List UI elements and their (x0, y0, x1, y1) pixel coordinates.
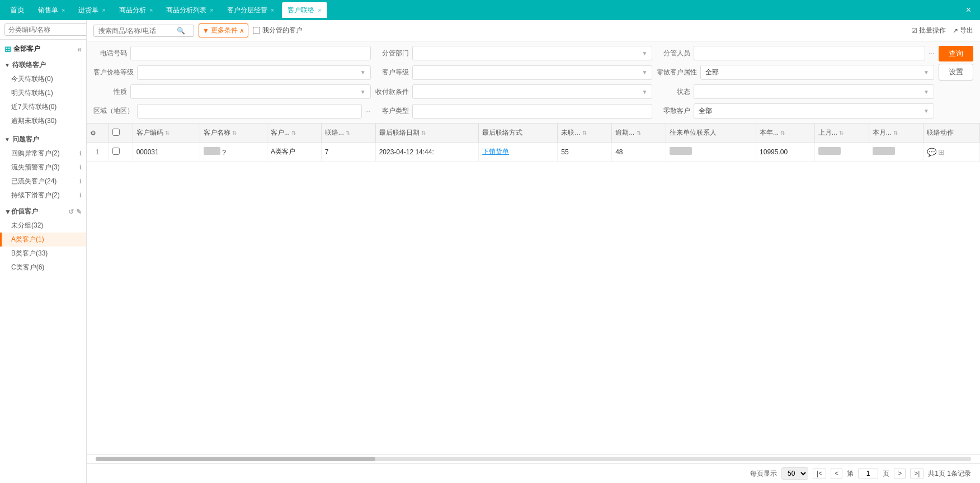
th-last-month[interactable]: 上月... ⇅ (814, 124, 869, 143)
th-settings[interactable]: ⚙ (87, 124, 109, 143)
scroll-bar-track[interactable] (96, 457, 971, 461)
last-page-btn[interactable]: >| (910, 468, 924, 479)
sidebar-item-repurchase-abnormal[interactable]: 回购异常客户(2) ℹ (0, 146, 86, 160)
sort-year: ⇅ (780, 130, 785, 136)
region-dots[interactable]: ··· (365, 107, 371, 115)
nav-home[interactable]: 首页 (4, 5, 30, 15)
pending-section-header[interactable]: ▼ 待联络客户 (0, 58, 86, 72)
sidebar-item-today[interactable]: 今天待联络(0) (0, 72, 86, 86)
sidebar-search-input[interactable] (4, 23, 87, 36)
info-icon-0: ℹ (79, 150, 82, 157)
th-this-month[interactable]: 本月... ⇅ (869, 124, 923, 143)
close-all-btn[interactable]: × (962, 5, 976, 15)
customer-level-select[interactable]: ▼ (412, 65, 653, 80)
batch-op-btn[interactable]: ☑ 批量操作 (911, 26, 946, 35)
action-icon-1[interactable]: 💬 (927, 148, 936, 157)
value-section-header[interactable]: ▼ 价值客户 ↺ ✎ (0, 205, 86, 219)
row-checkbox[interactable] (112, 148, 120, 155)
sidebar-item-declining[interactable]: 持续下滑客户(2) ℹ (0, 188, 86, 202)
filter-customer-level: 客户等级 ▼ (375, 65, 653, 80)
region-label: 区域（地区） (93, 106, 134, 116)
toolbar-search-input[interactable] (98, 27, 177, 35)
sidebar-item-churned[interactable]: 已流失客户(24) ℹ (0, 174, 86, 188)
page-input[interactable] (858, 468, 878, 479)
status-select[interactable]: ▼ (694, 84, 934, 99)
th-last-date[interactable]: 最后联络日期 ⇅ (375, 124, 478, 143)
scatter-customer-select[interactable]: 全部 ▼ (694, 103, 934, 119)
per-page-select[interactable]: 50 (781, 467, 808, 480)
next-page-btn[interactable]: > (894, 468, 906, 479)
sidebar-item-churn-warning[interactable]: 流失预警客户(3) ℹ (0, 160, 86, 174)
close-customer-segment-tab[interactable]: × (271, 7, 274, 13)
sidebar-item-class-c[interactable]: C类客户(6) (0, 261, 86, 274)
cell-action[interactable]: 💬 ⊞ (923, 143, 979, 162)
scatter-attr-select[interactable]: 全部 ▼ (700, 65, 934, 80)
scatter-attr-arrow: ▼ (924, 69, 929, 75)
sidebar-item-class-b[interactable]: B类客户(33) (0, 247, 86, 261)
th-action[interactable]: 联络动作 (923, 124, 979, 143)
manager-input[interactable] (694, 46, 925, 60)
cell-last-method[interactable]: 下销货单 (479, 143, 558, 162)
scroll-bar-thumb[interactable] (96, 457, 375, 461)
th-contact[interactable]: 联络... ⇅ (321, 124, 375, 143)
region-input[interactable] (137, 104, 362, 119)
filter-row-4: 区域（地区） ··· 客户类型 零散客户 全部 ▼ (93, 103, 934, 119)
pending-arrow: ▼ (4, 62, 10, 68)
close-product-analysis-tab[interactable]: × (149, 7, 153, 13)
th-type[interactable]: 客户... ⇅ (267, 124, 321, 143)
th-code[interactable]: 客户编码 ⇅ (133, 124, 200, 143)
scroll-bar-container (87, 454, 980, 463)
customer-type-input[interactable] (412, 104, 653, 119)
nav-tab-product-analysis[interactable]: 商品分析 × (114, 2, 158, 18)
filter-nature: 性质 ▼ (93, 84, 371, 99)
settings-button[interactable]: 设置 (939, 64, 973, 80)
my-customer-checkbox[interactable] (253, 27, 260, 34)
toolbar-search-box[interactable]: 🔍 (93, 25, 194, 37)
nav-tab-product-list[interactable]: 商品分析列表 × (161, 2, 219, 18)
nav-tab-customer-contact[interactable]: 客户联络 × (282, 2, 327, 18)
phone-input[interactable] (130, 46, 371, 60)
first-page-btn[interactable]: |< (813, 468, 826, 479)
problem-section-header[interactable]: ▼ 问题客户 (0, 132, 86, 146)
filter-more-btn[interactable]: ▼ 更多条件 ∧ (199, 23, 248, 37)
edit-icon[interactable]: ✎ (76, 208, 82, 216)
close-sales-tab[interactable]: × (62, 7, 65, 13)
sidebar-item-tomorrow[interactable]: 明天待联络(1) (0, 86, 86, 100)
sidebar-item-ungraded[interactable]: 未分组(32) (0, 219, 86, 233)
close-purchase-tab[interactable]: × (102, 7, 105, 13)
prev-page-btn[interactable]: < (831, 468, 842, 479)
export-btn[interactable]: ↗ 导出 (953, 26, 973, 35)
payment-arrow: ▼ (642, 89, 647, 95)
toolbar-search-icon[interactable]: 🔍 (177, 27, 185, 35)
price-level-select[interactable]: ▼ (137, 65, 371, 80)
problem-section: ▼ 问题客户 回购异常客户(2) ℹ 流失预警客户(3) ℹ 已流失客户(24)… (0, 130, 86, 205)
last-method-link[interactable]: 下销货单 (482, 148, 509, 155)
th-no-contact[interactable]: 未联... ⇅ (558, 124, 612, 143)
th-name[interactable]: 客户名称 ⇅ (200, 124, 267, 143)
nav-tab-customer-segment[interactable]: 客户分层经营 × (222, 2, 280, 18)
select-all-checkbox[interactable] (112, 129, 120, 136)
action-icon-2[interactable]: ⊞ (938, 148, 945, 157)
scatter-customer-label: 零散客户 (657, 106, 690, 116)
refresh-icon[interactable]: ↺ (68, 208, 74, 216)
my-customer-checkbox-area[interactable]: 我分管的客户 (253, 26, 303, 35)
th-checkbox[interactable] (109, 124, 133, 143)
th-year-amount[interactable]: 本年... ⇅ (756, 124, 815, 143)
close-product-list-tab[interactable]: × (210, 7, 213, 13)
manager-dots[interactable]: ··· (929, 49, 934, 57)
close-customer-contact-tab[interactable]: × (318, 7, 321, 13)
dept-select[interactable]: ▼ (412, 46, 653, 60)
nav-tab-purchase[interactable]: 进货单 × (73, 2, 111, 18)
all-customers-header[interactable]: ⊞ 全部客户 « (0, 40, 86, 56)
nav-tab-sales[interactable]: 销售单 × (32, 2, 70, 18)
th-overdue[interactable]: 逾期... ⇅ (612, 124, 666, 143)
nature-select[interactable]: ▼ (130, 84, 371, 99)
th-last-method[interactable]: 最后联络方式 (479, 124, 558, 143)
query-button[interactable]: 查询 (939, 46, 973, 61)
sidebar-item-overdue[interactable]: 逾期未联络(30) (0, 114, 86, 128)
payment-select[interactable]: ▼ (412, 84, 653, 99)
sidebar-item-7days[interactable]: 近7天待联络(0) (0, 100, 86, 114)
cell-checkbox[interactable] (109, 143, 133, 162)
sidebar-item-class-a[interactable]: A类客户(1) (0, 233, 86, 247)
th-person[interactable]: 往来单位联系人 (666, 124, 756, 143)
